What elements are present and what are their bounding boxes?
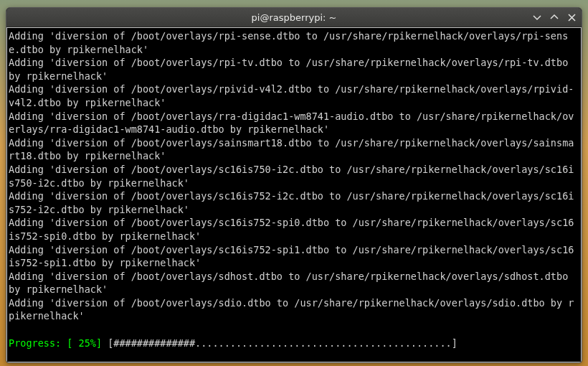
window-controls [531, 8, 577, 27]
close-icon[interactable] [566, 11, 577, 23]
minimize-icon[interactable] [531, 11, 543, 23]
terminal-output[interactable]: Adding 'diversion of /boot/overlays/rpi-… [6, 27, 582, 362]
progress-line: Progress: [ 25%] [##############........… [9, 337, 579, 350]
window-title: pi@raspberrypi: ~ [252, 12, 337, 23]
titlebar[interactable]: pi@raspberrypi: ~ [6, 8, 582, 27]
progress-bar: [##############.........................… [102, 337, 463, 349]
maximize-icon[interactable] [549, 11, 560, 23]
terminal-window: pi@raspberrypi: ~ Adding 'diversion of /… [6, 7, 582, 363]
progress-label: Progress: [ 25%] [9, 337, 102, 349]
